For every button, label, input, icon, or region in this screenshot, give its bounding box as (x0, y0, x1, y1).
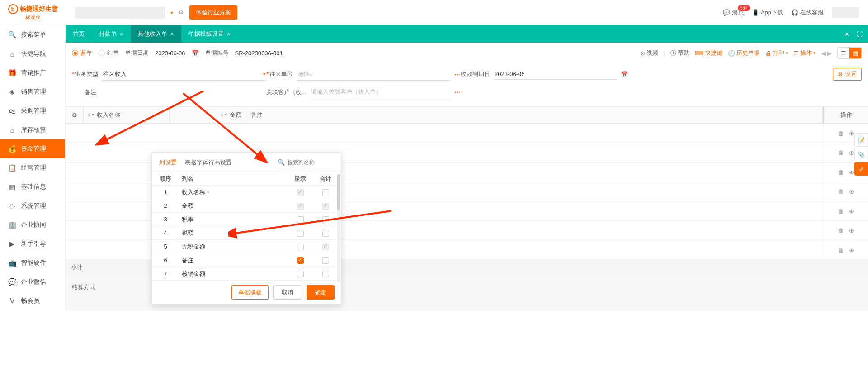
org-name-placeholder[interactable] (75, 7, 165, 19)
total-checkbox[interactable] (322, 216, 329, 223)
ops-link[interactable]: ☰操作▾ (793, 49, 816, 57)
confirm-button[interactable]: 确定 (307, 285, 335, 300)
total-checkbox[interactable] (322, 230, 329, 237)
delete-icon[interactable]: 🗑 (838, 169, 844, 176)
col-popup-tab-font[interactable]: 表格字体行高设置 (185, 158, 232, 167)
column-settings-button[interactable]: ⚙ (66, 107, 84, 123)
col-header-name[interactable]: ▴▾ *收入名称 (84, 107, 170, 123)
close-icon[interactable]: ✕ (119, 31, 123, 37)
sidebar-item[interactable]: ⌂库存核算 (0, 120, 65, 139)
delete-icon[interactable]: 🗑 (838, 188, 844, 195)
remark-input[interactable] (100, 91, 266, 94)
sidebar-item[interactable]: 🔍搜索菜单 (0, 25, 65, 44)
show-checkbox[interactable] (297, 189, 304, 196)
sidebar-item[interactable]: ⌂快捷导航 (0, 44, 65, 63)
show-checkbox[interactable] (297, 216, 304, 223)
right-rail-note-icon[interactable]: 📝 (854, 133, 868, 147)
video-link[interactable]: ⊙视频 (640, 49, 658, 57)
app-download-link[interactable]: 📱 App下载 (752, 9, 783, 17)
delete-icon[interactable]: 🗑 (838, 208, 844, 215)
copy-icon[interactable]: ⊕ (849, 149, 854, 156)
party-select[interactable]: 选择... (297, 68, 451, 81)
tab[interactable]: 付款单✕ (92, 25, 131, 43)
org-settings-icon[interactable]: ⚙ (179, 9, 184, 16)
blue-doc-radio[interactable]: 蓝单 (72, 49, 92, 57)
show-checkbox[interactable] (297, 203, 304, 210)
delete-icon[interactable]: 🗑 (838, 130, 844, 137)
org-caret-icon[interactable]: ▾ (170, 10, 173, 16)
delete-icon[interactable]: 🗑 (838, 247, 844, 253)
sidebar-item[interactable]: 💰资金管理 (0, 139, 65, 158)
col-header-remark[interactable]: 备注 (246, 107, 823, 123)
col-search-input[interactable] (288, 159, 333, 166)
print-link[interactable]: 🖨打印▾ (765, 49, 788, 57)
sidebar-item[interactable]: ▦基础信息 (0, 177, 65, 196)
tab-fullscreen-icon[interactable]: ⛶ (855, 29, 864, 39)
related-customer-more-icon[interactable]: ⋯ (454, 89, 461, 96)
due-date-input[interactable]: 2023-06-06 (494, 69, 617, 80)
tab-close-all-icon[interactable]: ✕ (843, 29, 851, 39)
red-doc-radio[interactable]: 红单 (99, 49, 119, 57)
party-more-icon[interactable]: ⋯ (454, 71, 461, 78)
delete-icon[interactable]: 🗑 (838, 149, 844, 156)
show-checkbox[interactable] (297, 257, 304, 264)
biz-type-select[interactable]: 往来收入 ▾ (102, 68, 266, 81)
sidebar-item[interactable]: 📋经营管理 (0, 158, 65, 177)
sidebar-item[interactable]: 💬企业微信 (0, 272, 65, 292)
sidebar-item[interactable]: ▶新手引导 (0, 234, 65, 253)
online-service-link[interactable]: 🎧 在线客服 (791, 9, 824, 17)
show-checkbox[interactable] (297, 271, 304, 277)
total-checkbox[interactable] (322, 271, 329, 277)
view-card-icon[interactable]: ▦ (849, 48, 861, 58)
close-icon[interactable]: ✕ (226, 31, 231, 37)
related-customer-input[interactable]: 请输入关联客户（收入单） (310, 86, 451, 98)
table-row[interactable]: 🗑⊕ (66, 124, 868, 143)
form-settings-button[interactable]: ⚙设置 (833, 68, 862, 81)
history-link[interactable]: 🕘历史单据 (728, 49, 760, 57)
calendar-icon[interactable]: 📅 (192, 50, 199, 57)
sidebar-item[interactable]: 🏢企业协同 (0, 215, 65, 234)
tab[interactable]: 单据模板设置✕ (181, 25, 238, 43)
next-doc-icon[interactable]: ▶ (827, 50, 832, 57)
popup-scrollbar[interactable] (337, 174, 340, 282)
shortcut-link[interactable]: ⌨快捷键 (695, 49, 722, 57)
right-rail-attach-icon[interactable]: 📎 (854, 148, 868, 161)
show-checkbox[interactable] (297, 244, 304, 250)
messages-link[interactable]: 💬 消息 99+ (723, 9, 744, 17)
cancel-button[interactable]: 取消 (273, 285, 302, 300)
settlement-method-select[interactable]: 结算方式 ▾ (72, 283, 160, 292)
copy-icon[interactable]: ⊕ (849, 208, 854, 215)
doc-date-value[interactable]: 2023-06-06 (155, 50, 185, 57)
user-avatar[interactable] (832, 7, 859, 18)
sidebar-item[interactable]: ◈销售管理 (0, 82, 65, 101)
explore-industry-button[interactable]: 体验行业方案 (189, 5, 237, 20)
sidebar-item-label: 库存核算 (21, 126, 46, 134)
tab[interactable]: 其他收入单✕ (131, 25, 181, 43)
copy-icon[interactable]: ⊕ (849, 188, 854, 195)
total-checkbox[interactable] (322, 257, 329, 264)
close-icon[interactable]: ✕ (170, 31, 174, 37)
prev-doc-icon[interactable]: ◀ (821, 50, 826, 57)
doc-template-button[interactable]: 单据模板 (231, 285, 269, 300)
show-checkbox[interactable] (297, 230, 304, 237)
copy-icon[interactable]: ⊕ (849, 169, 854, 176)
total-checkbox[interactable] (322, 203, 329, 210)
sidebar-item[interactable]: 🛍采购管理 (0, 101, 65, 120)
calendar-icon[interactable]: 📅 (621, 71, 628, 78)
total-checkbox[interactable] (322, 244, 329, 250)
sidebar-item[interactable]: Ⅴ畅会员 (0, 292, 65, 311)
copy-icon[interactable]: ⊕ (849, 247, 854, 253)
col-header-amount[interactable]: ▴▾ *金额 (170, 107, 246, 123)
view-list-icon[interactable]: ☰ (838, 48, 849, 58)
col-popup-tab-columns[interactable]: 列设置 (159, 158, 177, 167)
copy-icon[interactable]: ⊕ (849, 130, 854, 137)
sidebar-item[interactable]: ◌系统管理 (0, 196, 65, 215)
right-rail-expand-icon[interactable]: ⤢ (854, 162, 868, 176)
help-link[interactable]: ⓘ帮助 (670, 49, 689, 57)
total-checkbox[interactable] (322, 189, 329, 196)
copy-icon[interactable]: ⊕ (849, 227, 854, 234)
sidebar-item[interactable]: 📺智能硬件 (0, 253, 65, 272)
sidebar-item[interactable]: 🎁营销推广 (0, 63, 65, 82)
tab[interactable]: 首页 (66, 25, 92, 43)
delete-icon[interactable]: 🗑 (838, 227, 844, 234)
